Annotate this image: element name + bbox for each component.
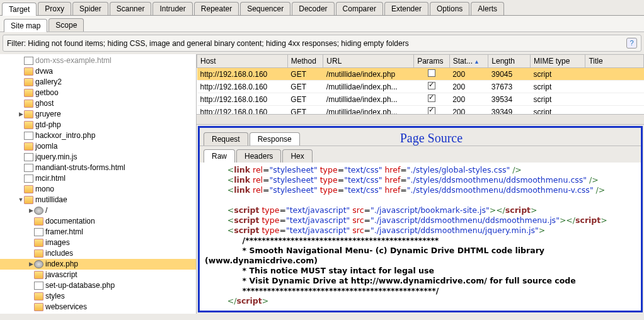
tree-item-mcir-html[interactable]: mcir.html <box>0 173 196 184</box>
tree-item-ghost[interactable]: ghost <box>0 98 196 109</box>
tab-alerts[interactable]: Alerts <box>471 2 504 15</box>
tree-item-joomla[interactable]: joomla <box>0 141 196 152</box>
tab-extender[interactable]: Extender <box>384 2 428 15</box>
file-icon <box>24 174 33 183</box>
file-icon <box>24 153 33 161</box>
tab-spider[interactable]: Spider <box>72 2 108 15</box>
tree-item-webservices[interactable]: webservices <box>0 302 196 312</box>
tree-item-gtd-php[interactable]: gtd-php <box>0 120 196 130</box>
tab-options[interactable]: Options <box>430 2 469 15</box>
horizontal-scrollbar[interactable] <box>197 114 644 124</box>
tab-scanner[interactable]: Scanner <box>110 2 152 15</box>
tree-item-gallery2[interactable]: gallery2 <box>0 77 196 88</box>
tree-item-dvwa[interactable]: dvwa <box>0 66 196 77</box>
params-checkbox <box>428 107 435 114</box>
file-icon <box>34 228 43 236</box>
folder-icon <box>34 249 43 258</box>
tree-item-framer-html[interactable]: framer.html <box>0 227 196 237</box>
tree-item-getboo[interactable]: getboo <box>0 88 196 98</box>
tab-proxy[interactable]: Proxy <box>38 2 71 15</box>
tree-item-index-php[interactable]: ▶index.php <box>0 259 196 270</box>
tree-item-mutillidae[interactable]: ▼mutillidae <box>0 195 196 205</box>
folder-icon <box>24 67 33 76</box>
col-host[interactable]: Host <box>197 55 288 68</box>
col-url[interactable]: URL <box>323 55 414 68</box>
tab-comparer[interactable]: Comparer <box>336 2 383 15</box>
file-icon <box>24 164 33 172</box>
page-source-label: Page Source <box>400 131 538 146</box>
table-row[interactable]: http://192.168.0.160GET/mutillidae/index… <box>197 68 644 81</box>
tree-item-styles[interactable]: styles <box>0 291 196 302</box>
tree-item-jquery-min-js[interactable]: jquery.min.js <box>0 152 196 163</box>
tree-item-includes[interactable]: includes <box>0 248 196 259</box>
folder-icon <box>24 100 33 108</box>
filter-bar[interactable]: Filter: Hiding not found items; hiding C… <box>3 35 641 52</box>
file-icon <box>24 132 33 140</box>
subtab-site-map[interactable]: Site map <box>4 19 47 32</box>
help-icon[interactable]: ? <box>626 38 637 49</box>
tab-decoder[interactable]: Decoder <box>292 2 334 15</box>
folder-icon <box>34 239 43 247</box>
col-method[interactable]: Method <box>287 55 323 68</box>
col-mimetype[interactable]: MIME type <box>531 55 585 68</box>
source-view[interactable]: <link rel="stylesheet" type="text/css" h… <box>200 163 641 311</box>
folder-icon <box>34 292 43 300</box>
tree-item-gruyere[interactable]: ▶gruyere <box>0 109 196 120</box>
file-icon <box>34 282 43 290</box>
main-tabs: TargetProxySpiderScannerIntruderRepeater… <box>0 0 644 16</box>
folder-icon <box>34 217 43 226</box>
raw-tab-raw[interactable]: Raw <box>204 149 235 163</box>
tree-item-dom-xss-example-html[interactable]: dom-xss-example.html <box>0 55 196 66</box>
folder-icon <box>24 110 33 118</box>
gear-icon <box>34 207 43 215</box>
subtab-scope[interactable]: Scope <box>49 18 84 31</box>
folder-icon <box>24 89 33 97</box>
table-row[interactable]: http://192.168.0.160GET/mutillidae/index… <box>197 81 644 93</box>
filter-text: Filter: Hiding not found items; hiding C… <box>7 39 409 48</box>
folder-icon <box>34 271 43 279</box>
tree-item-set-up-database-php[interactable]: set-up-database.php <box>0 280 196 291</box>
tree-item-hackxor-intro-php[interactable]: hackxor_intro.php <box>0 130 196 141</box>
folder-icon <box>24 196 33 204</box>
folder-icon <box>24 185 33 193</box>
params-checkbox <box>428 82 435 89</box>
tree-item-mandiant-struts-forms-html[interactable]: mandiant-struts-forms.html <box>0 163 196 173</box>
detail-tab-response[interactable]: Response <box>250 132 300 146</box>
col-length[interactable]: Length <box>488 55 531 68</box>
sub-tabs: Site mapScope <box>0 16 644 32</box>
table-row[interactable]: http://192.168.0.160GET/mutillidae/index… <box>197 106 644 115</box>
folder-icon <box>24 142 33 151</box>
detail-tab-request[interactable]: Request <box>204 132 248 146</box>
tab-sequencer[interactable]: Sequencer <box>240 2 290 15</box>
folder-icon <box>34 303 43 311</box>
col-title[interactable]: Title <box>585 55 644 68</box>
file-icon <box>24 57 33 65</box>
tree-item-mutillidae[interactable]: mutillidae <box>0 312 196 314</box>
folder-icon <box>24 78 33 86</box>
raw-tab-hex[interactable]: Hex <box>282 149 312 163</box>
tree-item-mono[interactable]: mono <box>0 184 196 195</box>
gear-icon <box>34 260 43 268</box>
tab-intruder[interactable]: Intruder <box>152 2 192 15</box>
raw-tab-headers[interactable]: Headers <box>236 149 281 163</box>
tree-item-images[interactable]: images <box>0 237 196 248</box>
params-checkbox <box>428 69 435 77</box>
table-row[interactable]: http://192.168.0.160GET/mutillidae/index… <box>197 93 644 106</box>
site-tree[interactable]: dom-xss-example.htmldvwagallery2getboogh… <box>0 54 197 314</box>
tree-item-documentation[interactable]: documentation <box>0 216 196 227</box>
tab-target[interactable]: Target <box>2 3 37 16</box>
col-stat[interactable]: Stat...▲ <box>449 55 488 68</box>
tab-repeater[interactable]: Repeater <box>194 2 239 15</box>
tree-item--[interactable]: ▶/ <box>0 205 196 216</box>
col-params[interactable]: Params <box>414 55 450 68</box>
detail-panel: RequestResponsePage Source RawHeadersHex… <box>198 126 643 312</box>
folder-icon <box>24 121 33 129</box>
tree-item-javascript[interactable]: javascript <box>0 270 196 280</box>
params-checkbox <box>428 94 435 102</box>
request-table[interactable]: HostMethodURLParamsStat...▲LengthMIME ty… <box>197 54 644 125</box>
